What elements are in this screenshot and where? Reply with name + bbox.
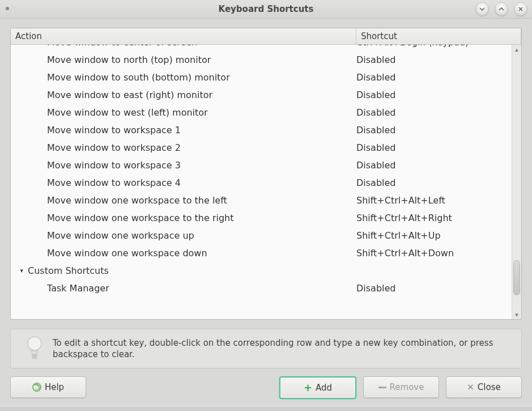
remove-button-label: Remove bbox=[390, 382, 424, 392]
content-area: Action Shortcut Move window to center of… bbox=[0, 19, 532, 407]
window-controls bbox=[475, 2, 527, 16]
x-icon bbox=[518, 6, 524, 12]
table-row[interactable]: Move window to south (bottom) monitor Di… bbox=[11, 69, 512, 86]
cell-action: Move window one workspace to the left bbox=[11, 192, 356, 209]
table-row[interactable]: Task Manager Disabled bbox=[11, 279, 512, 297]
help-icon bbox=[32, 383, 41, 392]
cell-shortcut: Disabled bbox=[356, 139, 512, 156]
cell-action: Move window one workspace up bbox=[11, 227, 356, 244]
maximize-button[interactable] bbox=[495, 2, 508, 16]
minus-icon bbox=[378, 387, 386, 388]
svg-rect-1 bbox=[32, 354, 37, 356]
cell-action: Move window to center of screen bbox=[11, 45, 356, 51]
cell-action: Move window one workspace to the right bbox=[11, 209, 356, 227]
close-window-button[interactable] bbox=[514, 2, 527, 16]
close-button[interactable]: ✕ Close bbox=[446, 376, 522, 398]
cell-action: Move window to workspace 2 bbox=[11, 139, 356, 156]
help-button-label: Help bbox=[45, 382, 64, 392]
add-button-label: Add bbox=[316, 383, 332, 393]
remove-button: Remove bbox=[363, 376, 439, 398]
table-row[interactable]: Move window to workspace 1 Disabled bbox=[11, 121, 512, 139]
cell-shortcut: Disabled bbox=[356, 121, 512, 139]
window-indicator-dot bbox=[6, 7, 9, 10]
button-spacer bbox=[93, 376, 273, 399]
window-title: Keyboard Shortcuts bbox=[219, 4, 314, 14]
svg-rect-2 bbox=[32, 357, 37, 358]
table-row[interactable]: Move window to workspace 3 Disabled bbox=[11, 156, 512, 174]
table-row[interactable]: Move window to north (top) monitor Disab… bbox=[11, 51, 512, 69]
table-row[interactable]: Move window to workspace 4 Disabled bbox=[11, 174, 512, 192]
cell-shortcut: Disabled bbox=[356, 86, 512, 104]
cell-shortcut: Shift+Ctrl+Alt+Down bbox=[356, 244, 512, 262]
hint-text: To edit a shortcut key, double-click on … bbox=[53, 337, 512, 361]
cell-shortcut: Shift+Ctrl+Alt+Up bbox=[356, 227, 512, 244]
hint-panel: To edit a shortcut key, double-click on … bbox=[10, 329, 522, 368]
plus-icon: + bbox=[304, 383, 312, 393]
chevron-up-icon bbox=[499, 6, 504, 12]
table-row[interactable]: Move window one workspace up Shift+Ctrl+… bbox=[11, 227, 512, 244]
table-row[interactable]: Move window one workspace to the right S… bbox=[11, 209, 512, 227]
lightbulb-icon bbox=[16, 335, 53, 362]
scrollbar-thumb[interactable] bbox=[513, 260, 520, 295]
cell-action: Move window to north (top) monitor bbox=[11, 51, 356, 69]
chevron-down-icon bbox=[479, 6, 485, 12]
cell-action: Move window one workspace down bbox=[11, 244, 356, 262]
column-headers: Action Shortcut bbox=[11, 28, 521, 45]
cell-shortcut: Disabled bbox=[356, 69, 512, 86]
cell-shortcut: Ctrl+Alt+Begin (keypad) bbox=[356, 45, 512, 51]
cell-action: Move window to workspace 4 bbox=[11, 174, 356, 192]
help-button[interactable]: Help bbox=[10, 376, 86, 398]
cell-action: Move window to workspace 1 bbox=[11, 121, 356, 139]
vertical-scrollbar[interactable]: ▴ ▾ bbox=[512, 45, 521, 319]
cell-action: Task Manager bbox=[11, 279, 356, 297]
svg-point-0 bbox=[28, 337, 41, 350]
table-row[interactable]: Move window to center of screen Ctrl+Alt… bbox=[11, 45, 512, 51]
close-icon: ✕ bbox=[467, 382, 474, 392]
cell-shortcut: Disabled bbox=[356, 279, 512, 297]
cell-action: Move window to east (right) monitor bbox=[11, 86, 356, 104]
table-body: Move window to center of screen Ctrl+Alt… bbox=[11, 45, 512, 319]
cell-action: Move window to west (left) monitor bbox=[11, 104, 356, 121]
titlebar: Keyboard Shortcuts bbox=[0, 0, 532, 19]
group-header-custom-shortcuts[interactable]: ▾ Custom Shortcuts bbox=[11, 262, 512, 279]
group-label: Custom Shortcuts bbox=[25, 262, 109, 279]
minimize-button[interactable] bbox=[475, 2, 489, 16]
column-header-shortcut[interactable]: Shortcut bbox=[356, 28, 521, 44]
cell-action: Move window to workspace 3 bbox=[11, 156, 356, 174]
cell-shortcut: Shift+Ctrl+Alt+Right bbox=[356, 209, 512, 227]
table-row[interactable]: Move window one workspace to the left Sh… bbox=[11, 192, 512, 209]
expander-triangle-icon: ▾ bbox=[11, 262, 25, 279]
table-row[interactable]: Move window to east (right) monitor Disa… bbox=[11, 86, 512, 104]
scroll-up-arrow-icon[interactable]: ▴ bbox=[512, 45, 521, 54]
close-button-label: Close bbox=[478, 382, 501, 392]
column-header-action[interactable]: Action bbox=[11, 28, 356, 44]
cell-shortcut: Disabled bbox=[356, 104, 512, 121]
add-button[interactable]: + Add bbox=[279, 376, 356, 399]
table-row[interactable]: Move window to workspace 2 Disabled bbox=[11, 139, 512, 156]
cell-shortcut: Disabled bbox=[356, 156, 512, 174]
scroll-down-arrow-icon[interactable]: ▾ bbox=[512, 310, 521, 319]
table-row[interactable]: Move window to west (left) monitor Disab… bbox=[11, 104, 512, 121]
cell-action: Move window to south (bottom) monitor bbox=[11, 69, 356, 86]
cell-shortcut: Shift+Ctrl+Alt+Left bbox=[356, 192, 512, 209]
shortcuts-table: Action Shortcut Move window to center of… bbox=[10, 28, 522, 320]
table-row[interactable]: Move window one workspace down Shift+Ctr… bbox=[11, 244, 512, 262]
window: Keyboard Shortcuts Action Shortcut bbox=[0, 0, 532, 407]
table-body-wrap: Move window to center of screen Ctrl+Alt… bbox=[11, 45, 521, 319]
cell-shortcut: Disabled bbox=[356, 51, 512, 69]
cell-shortcut: Disabled bbox=[356, 174, 512, 192]
button-bar: Help + Add Remove ✕ Close bbox=[10, 376, 522, 399]
